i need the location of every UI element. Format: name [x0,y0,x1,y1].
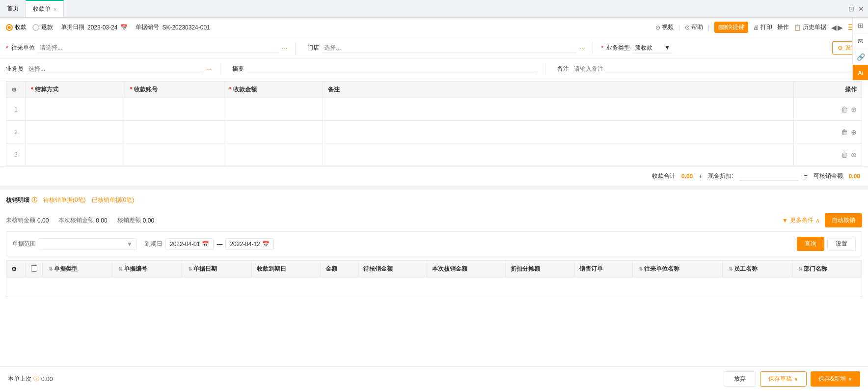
row3-account[interactable] [125,143,224,166]
receipt-table: ⚙ * 结算方式 * 收款账号 * 收款金额 备注 [6,81,862,166]
row2-note[interactable] [323,121,794,143]
range-select[interactable]: ▼ [39,238,137,250]
row1-copy-icon[interactable]: ⊕ [851,106,857,113]
tab-receipts[interactable]: 收款单 × [26,0,64,17]
print-btn[interactable]: 🖨 打印 [753,23,772,31]
radio-refund[interactable]: 退款 [32,23,53,31]
row1-settlement[interactable] [26,98,125,121]
staff-more-btn[interactable]: ··· [206,65,212,73]
row2-account[interactable] [125,121,224,143]
row2-amount[interactable] [224,121,323,143]
th-settlement: * 结算方式 [26,82,125,98]
row-num-1: 1 [6,98,26,121]
table-gear-icon[interactable]: ⚙ [11,86,17,93]
date-from[interactable]: 2022-04-01 📅 [165,238,214,250]
verif-done-tab[interactable]: 已核销单据(0笔) [92,196,135,204]
shop-more-btn[interactable]: ··· [579,44,585,52]
form-row-1: * 往来单位 ··· 门店 ··· * 业务类型 预收款 ▼ ⚙ 设置 [0,37,868,59]
help-btn[interactable]: ⊙ 帮助 [685,23,703,31]
tab-receipts-label: 收款单 [33,5,51,13]
counterpart-more-btn[interactable]: ··· [282,44,288,52]
row1-amount[interactable] [224,98,323,121]
verif-pending-tab[interactable]: 待核销单据(0笔) [43,196,86,204]
bth-gear-icon[interactable]: ⚙ [11,266,17,273]
bth-staff: ⇅ 员工名称 [722,261,792,278]
close-icon[interactable]: ✕ [858,5,864,13]
this-verif-label: 本次核销金额 [58,216,94,224]
row3-amount[interactable] [224,143,323,166]
calendar-icon[interactable]: 📅 [120,24,128,31]
tab-home[interactable]: 首页 [0,0,26,17]
date-separator: — [217,241,222,248]
filter-chevron: ∧ [815,217,820,224]
unverif-stat: 未核销金额 0.00 [6,216,49,224]
bth-discount: 折扣分摊额 [506,261,574,278]
save-draft-btn[interactable]: 保存草稿 ∧ [760,371,807,387]
sidebar-table-icon[interactable]: ⊞ [853,18,868,33]
radio-refund-circle [32,24,39,31]
row3-ops: 🗑 ⊕ [794,143,862,166]
row3-note[interactable] [323,143,794,166]
video-btn[interactable]: ⊙ 视频 [655,23,674,31]
discount-label: 现金折扣: [708,172,733,180]
auto-verif-btn[interactable]: 自动核销 [825,213,862,227]
note-input[interactable] [572,64,862,74]
row2-delete-icon[interactable]: 🗑 [841,128,848,136]
shop-label: 门店 [307,44,319,52]
row3-settlement[interactable] [26,143,125,166]
row3-delete-icon[interactable]: 🗑 [841,151,848,159]
history-btn[interactable]: 📋 历史单据 [794,23,826,31]
shortcut-btn[interactable]: ⌨ 快捷键 [714,22,748,33]
bth-doc-type: ⇅ 单据类型 [43,261,112,278]
select-all-checkbox[interactable] [31,265,37,272]
row1-delete-icon[interactable]: 🗑 [841,106,848,113]
date-range: 2022-04-01 📅 — 2022-04-12 📅 [165,238,274,250]
row1-note[interactable] [323,98,794,121]
biz-type-select[interactable]: 预收款 ▼ [633,42,672,54]
sidebar-link-icon[interactable]: 🔗 [853,49,868,65]
discount-input[interactable] [739,171,798,181]
bth-checkbox [26,261,43,278]
settings-gear-icon: ⚙ [838,45,843,52]
next-arrow[interactable]: ▶ [838,24,843,31]
sidebar-email-icon[interactable]: ✉ [853,33,868,49]
date-to-value: 2022-04-12 [230,241,260,248]
sep3 [220,63,220,75]
row3-copy-icon[interactable]: ⊕ [851,151,857,159]
right-sidebar: ⊞ ✉ 🔗 Ai [852,18,868,81]
available-value: 0.00 [849,173,860,180]
save-new-btn[interactable]: 保存&新增 ∧ [811,371,860,387]
biz-type-arrow: ▼ [664,44,670,51]
verif-info-icon[interactable]: ⓘ [31,196,37,203]
verif-title: 核销明细 ⓘ [6,196,37,204]
shop-input[interactable] [322,43,576,53]
equals-sign: = [804,173,808,180]
operate-btn[interactable]: 操作 [777,23,789,31]
tab-receipts-close[interactable]: × [54,6,56,12]
radio-group: 收款 退款 [6,23,53,31]
date-to[interactable]: 2022-04-12 📅 [225,238,273,250]
row2-copy-icon[interactable]: ⊕ [851,128,857,136]
summary-input[interactable] [247,64,537,74]
counterpart-input[interactable] [38,43,279,53]
sidebar-ai-icon[interactable]: Ai [853,65,868,81]
row1-account[interactable] [125,98,224,121]
settings-filter-btn[interactable]: 设置 [827,237,856,251]
bth-gear: ⚙ [6,261,26,278]
print-icon: 🖨 [753,24,759,31]
current-info-icon[interactable]: ⓘ [33,375,39,383]
bth-due-date: 收款到期日 [251,261,320,278]
staff-input[interactable] [27,64,203,74]
row2-settlement[interactable] [26,121,125,143]
video-label: 视频 [662,23,674,31]
prev-arrow[interactable]: ◀ [831,24,837,31]
abandon-btn[interactable]: 放弃 [724,371,756,387]
row1-ops: 🗑 ⊕ [794,98,862,121]
query-btn[interactable]: 查询 [797,237,824,251]
restore-icon[interactable]: ⊡ [848,5,854,13]
more-filter-btn[interactable]: ▼ 更多条件 ∧ [782,216,820,224]
radio-receipt[interactable]: 收款 [6,23,27,31]
biz-type-label: 业务类型 [606,44,630,52]
plus-sign: + [699,173,702,180]
current-value: 0.00 [41,376,53,383]
